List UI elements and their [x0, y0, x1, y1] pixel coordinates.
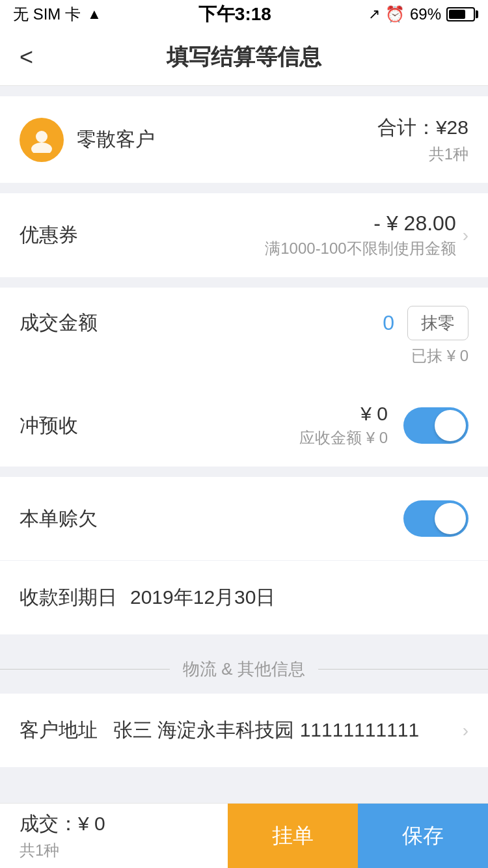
nav-bar: < 填写结算等信息 [0, 29, 488, 86]
bottom-amount: 成交：¥ 0 [20, 811, 228, 837]
customer-row: 零散客户 合计：¥28 共1种 [0, 96, 488, 183]
battery-fill [449, 10, 465, 19]
logistics-divider-section: 物流 & 其他信息 [0, 645, 488, 694]
divider-line-right [318, 669, 488, 670]
coupon-amount: - ¥ 28.00 [265, 211, 455, 236]
divider-line-left [0, 669, 170, 670]
debt-toggle[interactable] [403, 500, 468, 537]
amount-sub: 已抹 ¥ 0 [20, 346, 468, 366]
svg-point-0 [36, 131, 47, 142]
debt-section: 本单赊欠 收款到期日 2019年12月30日 [0, 477, 488, 634]
customer-section: 零散客户 合计：¥28 共1种 [0, 96, 488, 183]
amount-value: 0 [383, 311, 394, 335]
duedate-label: 收款到期日 [20, 584, 117, 611]
bottom-info: 成交：¥ 0 共1种 [0, 804, 228, 868]
coupon-info: - ¥ 28.00 满1000-100不限制使用金额 [265, 211, 455, 259]
coupon-desc: 满1000-100不限制使用金额 [265, 238, 455, 259]
battery-text: 69% [410, 5, 441, 23]
coupon-right: - ¥ 28.00 满1000-100不限制使用金额 › [265, 211, 468, 259]
round-zero-button[interactable]: 抹零 [407, 306, 468, 340]
precollect-sub: 应收金额 ¥ 0 [299, 427, 388, 448]
avatar [20, 118, 64, 162]
precollect-row: 冲预收 ¥ 0 应收金额 ¥ 0 [0, 385, 488, 467]
wifi-icon: ▲ [87, 6, 102, 23]
logistics-header: 物流 & 其他信息 [0, 658, 488, 681]
amount-top: 成交金额 0 抹零 [20, 306, 468, 340]
duedate-row: 收款到期日 2019年12月30日 [0, 560, 488, 634]
amount-label: 成交金额 [20, 310, 98, 336]
bottom-bar: 成交：¥ 0 共1种 挂单 保存 [0, 803, 488, 868]
status-time: 下午3:18 [198, 2, 271, 27]
precollect-label: 冲预收 [20, 413, 78, 439]
svg-point-1 [31, 142, 52, 153]
address-label: 客户地址 [20, 717, 98, 744]
precollect-toggle[interactable] [403, 407, 468, 444]
amount-row: 成交金额 0 抹零 已抹 ¥ 0 [0, 288, 488, 385]
customer-name: 零散客户 [77, 126, 155, 153]
debt-toggle-knob [435, 503, 466, 534]
precollect-info: ¥ 0 应收金额 ¥ 0 [299, 403, 388, 448]
bottom-amount-value: ¥ 0 [78, 813, 105, 834]
address-chevron-icon: › [463, 720, 468, 741]
address-value: 张三 海淀永丰科技园 11111111111 [113, 717, 463, 744]
status-bar: 无 SIM 卡 ▲ 下午3:18 ↗ ⏰ 69% [0, 0, 488, 29]
save-button[interactable]: 保存 [358, 804, 488, 868]
alarm-icon: ⏰ [385, 5, 405, 23]
customer-summary: 合计：¥28 共1种 [377, 115, 468, 165]
address-section: 客户地址 张三 海淀永丰科技园 11111111111 › [0, 694, 488, 767]
carrier-text: 无 SIM 卡 [13, 4, 81, 25]
coupon-section: 优惠券 - ¥ 28.00 满1000-100不限制使用金额 › [0, 193, 488, 277]
battery-icon [446, 7, 475, 21]
nav-title: 填写结算等信息 [167, 42, 321, 72]
duedate-value: 2019年12月30日 [130, 584, 275, 611]
total-count: 共1种 [377, 144, 468, 165]
debt-label: 本单赊欠 [20, 506, 98, 532]
status-right: ↗ ⏰ 69% [368, 5, 475, 23]
amount-right: 0 抹零 [383, 306, 468, 340]
logistics-label: 物流 & 其他信息 [183, 658, 305, 681]
bottom-count: 共1种 [20, 840, 228, 861]
chevron-right-icon: › [463, 225, 468, 246]
coupon-label: 优惠券 [20, 222, 78, 249]
customer-left: 零散客户 [20, 118, 155, 162]
total-price: 合计：¥28 [377, 115, 468, 141]
address-row[interactable]: 客户地址 张三 海淀永丰科技园 11111111111 › [0, 694, 488, 767]
transaction-section: 成交金额 0 抹零 已抹 ¥ 0 冲预收 ¥ 0 应收金额 ¥ 0 [0, 288, 488, 467]
toggle-knob [435, 410, 466, 441]
coupon-row[interactable]: 优惠券 - ¥ 28.00 满1000-100不限制使用金额 › [0, 193, 488, 277]
bottom-amount-label: 成交： [20, 813, 78, 834]
precollect-amount: ¥ 0 [299, 403, 388, 425]
precollect-right: ¥ 0 应收金额 ¥ 0 [299, 403, 468, 448]
debt-row: 本单赊欠 [0, 477, 488, 560]
back-button[interactable]: < [20, 44, 33, 71]
status-left: 无 SIM 卡 ▲ [13, 4, 102, 25]
hold-button[interactable]: 挂单 [228, 804, 358, 868]
location-icon: ↗ [368, 6, 380, 23]
